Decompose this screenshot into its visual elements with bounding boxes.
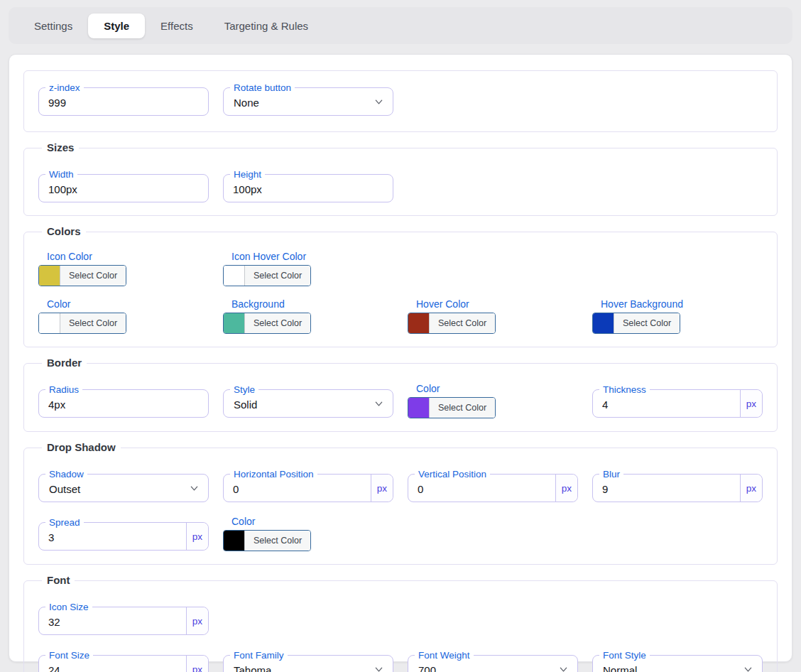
- width-field-wrap: Width: [38, 174, 209, 202]
- width-input[interactable]: [39, 175, 208, 202]
- drop-shadow-section: Drop Shadow Shadow Outset Horizontal Pos…: [23, 441, 778, 565]
- spread-input[interactable]: [39, 523, 208, 550]
- icon-color-label: Icon Color: [47, 251, 92, 263]
- font-section-title: Font: [42, 574, 75, 587]
- font-family-field-wrap: Font Family Tahoma: [223, 655, 393, 672]
- general-group: z-index Rotate button None: [23, 70, 778, 132]
- drop-shadow-section-title: Drop Shadow: [42, 441, 121, 454]
- chevron-down-icon: [374, 665, 383, 672]
- font-weight-select[interactable]: 700: [408, 656, 577, 672]
- color-swatch: [39, 266, 60, 286]
- icon-color-field: Icon Color Select Color: [38, 251, 209, 286]
- icon-size-field-wrap: Icon Size px: [38, 607, 209, 635]
- font-weight-value: 700: [418, 664, 436, 672]
- height-input[interactable]: [224, 175, 393, 202]
- sizes-section: Sizes Width Height: [23, 141, 778, 216]
- px-unit-suffix: px: [555, 475, 577, 502]
- blur-input[interactable]: [593, 475, 762, 502]
- border-color-label: Color: [416, 383, 440, 395]
- tab-targeting-rules[interactable]: Targeting & Rules: [209, 13, 324, 38]
- px-unit-suffix: px: [740, 475, 762, 502]
- select-color-button-label: Select Color: [614, 313, 680, 333]
- select-color-button-label: Select Color: [60, 313, 126, 333]
- icon-hover-color-field: Icon Hover Color Select Color: [223, 251, 393, 286]
- z-index-input[interactable]: [39, 88, 208, 115]
- background-field: Background Select Color: [223, 298, 393, 334]
- shadow-value: Outset: [49, 483, 80, 495]
- color-swatch: [224, 313, 245, 333]
- chevron-down-icon: [374, 97, 383, 107]
- border-style-field-wrap: Style Solid: [223, 389, 393, 418]
- tab-effects[interactable]: Effects: [145, 13, 209, 38]
- background-color-picker-button[interactable]: Select Color: [223, 313, 311, 334]
- sizes-section-title: Sizes: [42, 141, 79, 154]
- icon-hover-color-picker-button[interactable]: Select Color: [223, 265, 311, 286]
- border-color-field: Color Select Color: [408, 383, 578, 418]
- color-picker-button[interactable]: Select Color: [38, 313, 126, 334]
- color-swatch: [408, 313, 430, 333]
- height-field-wrap: Height: [223, 174, 393, 202]
- select-color-button-label: Select Color: [245, 531, 310, 551]
- chevron-down-icon: [559, 665, 568, 672]
- tab-bar: Settings Style Effects Targeting & Rules: [9, 7, 792, 44]
- font-family-value: Tahoma: [234, 664, 271, 672]
- rotate-button-select[interactable]: None: [224, 88, 393, 115]
- style-settings-panel: z-index Rotate button None Sizes Width H…: [9, 54, 792, 662]
- horizontal-position-input[interactable]: [224, 475, 393, 502]
- hover-color-field: Hover Color Select Color: [408, 298, 578, 334]
- tab-style[interactable]: Style: [88, 13, 145, 38]
- chevron-down-icon: [374, 399, 383, 408]
- spread-field-wrap: Spread px: [38, 522, 209, 551]
- border-style-select[interactable]: Solid: [224, 390, 393, 417]
- border-style-value: Solid: [234, 399, 257, 411]
- font-family-select[interactable]: Tahoma: [224, 656, 393, 672]
- color-swatch: [593, 313, 614, 333]
- hover-color-picker-button[interactable]: Select Color: [408, 313, 496, 334]
- select-color-button-label: Select Color: [430, 398, 495, 418]
- font-size-input[interactable]: [39, 656, 208, 672]
- select-color-button-label: Select Color: [245, 266, 310, 286]
- colors-section: Colors Icon Color Select Color Icon Hove…: [23, 225, 778, 347]
- px-unit-suffix: px: [186, 523, 208, 550]
- vertical-position-field-wrap: Vertical Position px: [408, 474, 578, 502]
- icon-color-picker-button[interactable]: Select Color: [38, 265, 126, 286]
- icon-hover-color-label: Icon Hover Color: [231, 251, 306, 263]
- hover-background-color-picker-button[interactable]: Select Color: [592, 313, 680, 334]
- font-weight-field-wrap: Font Weight 700: [408, 655, 578, 672]
- tab-settings[interactable]: Settings: [18, 13, 88, 38]
- font-section: Font Icon Size px Font Size px Font Fami…: [23, 574, 778, 672]
- px-unit-suffix: px: [740, 390, 762, 417]
- icon-size-input[interactable]: [39, 607, 208, 634]
- color-swatch: [224, 266, 245, 286]
- border-color-picker-button[interactable]: Select Color: [408, 397, 496, 418]
- border-section-title: Border: [42, 357, 87, 369]
- font-style-value: Normal: [603, 664, 637, 672]
- color-swatch: [224, 531, 245, 551]
- shadow-color-field: Color Select Color: [223, 516, 393, 551]
- horizontal-position-field-wrap: Horizontal Position px: [223, 474, 393, 502]
- background-label: Background: [231, 298, 285, 310]
- border-radius-field-wrap: Radius: [38, 389, 209, 418]
- hover-background-label: Hover Background: [601, 298, 683, 310]
- font-size-field-wrap: Font Size px: [38, 655, 209, 672]
- border-thickness-input[interactable]: [593, 390, 762, 417]
- color-swatch: [408, 398, 430, 418]
- select-color-button-label: Select Color: [60, 266, 126, 286]
- border-radius-input[interactable]: [39, 390, 208, 417]
- blur-field-wrap: Blur px: [592, 474, 763, 502]
- font-style-select[interactable]: Normal: [593, 656, 762, 672]
- chevron-down-icon: [743, 665, 753, 672]
- rotate-button-value: None: [234, 97, 259, 109]
- shadow-color-picker-button[interactable]: Select Color: [223, 530, 311, 551]
- colors-section-title: Colors: [42, 225, 86, 238]
- chevron-down-icon: [190, 484, 199, 493]
- hover-color-label: Hover Color: [416, 298, 469, 310]
- z-index-field-wrap: z-index: [38, 87, 209, 116]
- shadow-select[interactable]: Outset: [39, 475, 208, 502]
- color-label: Color: [47, 298, 70, 310]
- select-color-button-label: Select Color: [430, 313, 495, 333]
- color-swatch: [39, 313, 60, 333]
- vertical-position-input[interactable]: [408, 475, 577, 502]
- select-color-button-label: Select Color: [245, 313, 310, 333]
- px-unit-suffix: px: [371, 475, 393, 502]
